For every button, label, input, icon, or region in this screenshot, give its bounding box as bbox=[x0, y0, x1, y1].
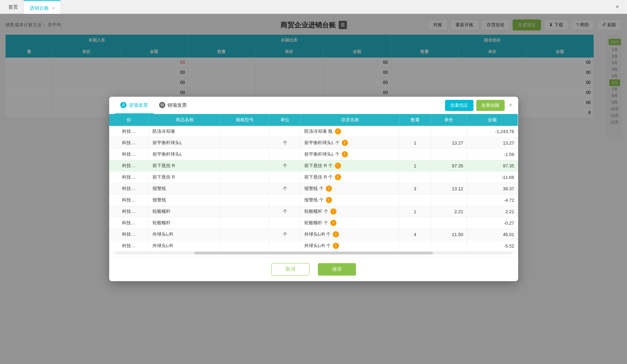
cell-stock-10: 外球头L/R 个 ! bbox=[301, 240, 399, 251]
cell-price-3: 97.35 bbox=[431, 160, 467, 172]
cell-supplier-6: 科技… bbox=[109, 194, 149, 206]
tab-sales-invoice[interactable]: 销 销项发票 bbox=[154, 97, 192, 114]
col-amount: 金额 bbox=[467, 114, 518, 126]
cell-amount-4: -11.68 bbox=[467, 172, 518, 183]
cell-amount-7: 2.21 bbox=[467, 206, 518, 217]
cell-stock-2: 前平衡杆球头L 个 ! bbox=[301, 149, 399, 160]
cell-price-1: 13.27 bbox=[431, 137, 467, 149]
cell-unit-1: 个 bbox=[269, 137, 301, 149]
warning-icon: ! bbox=[335, 174, 341, 180]
cell-supplier-2: 科技… bbox=[109, 149, 149, 160]
cell-amount-3: 97.35 bbox=[467, 160, 518, 172]
cell-unit-8 bbox=[269, 217, 301, 229]
cell-amount-9: 46.01 bbox=[467, 229, 518, 240]
cell-qty-1: 1 bbox=[399, 137, 431, 149]
dialog-close-button[interactable]: × bbox=[509, 102, 513, 109]
cell-supplier-1: 科技… bbox=[109, 137, 149, 149]
cell-price-7: 2.21 bbox=[431, 206, 467, 217]
modal-overlay: 进 进项发票 销 销项发票 批量指定 批量创建 × 你 bbox=[0, 14, 627, 364]
save-button[interactable]: 保存 bbox=[318, 263, 356, 276]
cell-product-10: 外球头L/R bbox=[149, 240, 220, 252]
cancel-button[interactable]: 取消 bbox=[271, 263, 310, 276]
cell-supplier-9: 科技… bbox=[109, 229, 149, 240]
dialog-header: 进 进项发票 销 销项发票 批量指定 批量创建 × bbox=[109, 97, 518, 114]
warning-icon: ! bbox=[333, 243, 339, 249]
table-row: 科技… 前下悬挂 R 个 前下悬挂 R 个 ! 1 97.35 97.35 bbox=[109, 160, 518, 172]
table-row: 科技… 前下悬挂 R 前下悬挂 R 个 ! -11.68 bbox=[109, 172, 518, 183]
col-stock-name: 存货名称 bbox=[301, 114, 399, 126]
cell-amount-2: -1.59 bbox=[467, 149, 518, 160]
warning-icon: ! bbox=[335, 163, 341, 169]
cell-unit-5: 个 bbox=[269, 183, 301, 194]
batch-assign-button[interactable]: 批量指定 bbox=[445, 100, 473, 111]
tab-ledger-close[interactable]: × bbox=[52, 6, 55, 11]
cell-qty-3: 1 bbox=[399, 160, 431, 172]
cell-price-6 bbox=[431, 194, 467, 206]
cell-amount-8: -0.27 bbox=[467, 217, 518, 229]
dialog-scrollbar[interactable] bbox=[115, 252, 513, 254]
cell-price-8 bbox=[431, 217, 467, 229]
cell-amount-6: -4.72 bbox=[467, 194, 518, 206]
purchase-tab-icon: 进 bbox=[120, 102, 127, 108]
cell-price-9: 11.50 bbox=[431, 229, 467, 240]
cell-qty-4 bbox=[399, 172, 431, 183]
cell-spec-2 bbox=[220, 149, 269, 160]
cell-stock-3: 前下悬挂 R 个 ! bbox=[301, 160, 399, 171]
cell-price-5: 13.12 bbox=[431, 183, 467, 194]
warning-icon: ! bbox=[326, 185, 332, 192]
cell-amount-10: -5.52 bbox=[467, 240, 518, 252]
col-quantity: 数量 bbox=[399, 114, 431, 126]
cell-supplier-3: 科技… bbox=[109, 160, 149, 172]
cell-qty-2 bbox=[399, 149, 431, 160]
cell-spec-5 bbox=[220, 183, 269, 194]
cell-product-4: 前下悬挂 R bbox=[149, 172, 220, 183]
cell-product-3: 前下悬挂 R bbox=[149, 160, 220, 172]
cell-product-6: 报警线 bbox=[149, 194, 220, 206]
cell-spec-1 bbox=[220, 137, 269, 149]
cell-qty-8 bbox=[399, 217, 431, 229]
cell-stock-6: 报警线 个 ! bbox=[301, 194, 399, 206]
cell-price-10 bbox=[431, 240, 467, 252]
table-row: 科技… 轮毂螺杆 个 轮毂螺杆 个 ! 1 2.21 2.21 bbox=[109, 206, 518, 217]
tab-home[interactable]: 首页 bbox=[3, 0, 24, 14]
cell-stock-1: 前平衡杆球头L 个 ! bbox=[301, 137, 399, 148]
cell-spec-9 bbox=[220, 229, 269, 240]
warning-icon: ! bbox=[333, 231, 339, 237]
sales-tab-icon: 销 bbox=[159, 102, 165, 108]
cell-supplier-8: 科技… bbox=[109, 217, 149, 229]
window-close-button[interactable]: × bbox=[610, 0, 624, 14]
cell-product-7: 轮毂螺杆 bbox=[149, 206, 220, 217]
tab-purchase-invoice[interactable]: 进 进项发票 bbox=[115, 97, 154, 114]
cell-unit-6 bbox=[269, 194, 301, 206]
cell-amount-0: -1,243.76 bbox=[467, 126, 518, 137]
dialog-footer: 取消 保存 bbox=[109, 257, 518, 281]
cell-stock-8: 轮毂螺杆 个 ! bbox=[301, 217, 399, 228]
cell-unit-4 bbox=[269, 172, 301, 183]
cell-product-0: 防冻冷却液 bbox=[149, 126, 220, 137]
cell-unit-10 bbox=[269, 240, 301, 252]
tab-ledger[interactable]: 进销台账 × bbox=[24, 0, 61, 14]
cell-stock-7: 轮毂螺杆 个 ! bbox=[301, 206, 399, 217]
table-row: 科技… 前平衡杆球头L 个 前平衡杆球头L 个 ! 1 13.27 13.27 bbox=[109, 137, 518, 149]
dialog: 进 进项发票 销 销项发票 批量指定 批量创建 × 你 bbox=[109, 97, 518, 281]
cell-stock-5: 报警线 个 ! bbox=[301, 183, 399, 194]
main-content: 销售成本计算方法： 月平均 商贸企业进销台账 目 对账 重新开账 存货别名 生成… bbox=[0, 14, 627, 364]
cell-stock-0: 防冻冷却液 瓶 ! bbox=[301, 126, 399, 137]
dialog-scrollbar-thumb bbox=[194, 252, 433, 254]
cell-qty-9: 4 bbox=[399, 229, 431, 240]
cell-unit-9: 个 bbox=[269, 229, 301, 240]
cell-supplier-4: 科技… bbox=[109, 172, 149, 183]
invoice-table: 你 商品名称 规格型号 单位 存货名称 数量 单价 金额 科技… 防冻冷却液 bbox=[109, 114, 518, 252]
cell-supplier-0: 科技… bbox=[109, 126, 149, 137]
cell-spec-4 bbox=[220, 172, 269, 183]
cell-product-2: 前平衡杆球头L bbox=[149, 149, 220, 160]
table-row: 科技… 前平衡杆球头L 前平衡杆球头L 个 ! -1.59 bbox=[109, 149, 518, 160]
batch-create-button[interactable]: 批量创建 bbox=[476, 100, 505, 111]
col-supplier: 你 bbox=[109, 114, 149, 126]
cell-unit-3: 个 bbox=[269, 160, 301, 172]
cell-product-8: 轮毂螺杆 bbox=[149, 217, 220, 229]
cell-price-2 bbox=[431, 149, 467, 160]
cell-amount-1: 13.27 bbox=[467, 137, 518, 149]
cell-qty-6 bbox=[399, 194, 431, 206]
cell-unit-0 bbox=[269, 126, 301, 137]
